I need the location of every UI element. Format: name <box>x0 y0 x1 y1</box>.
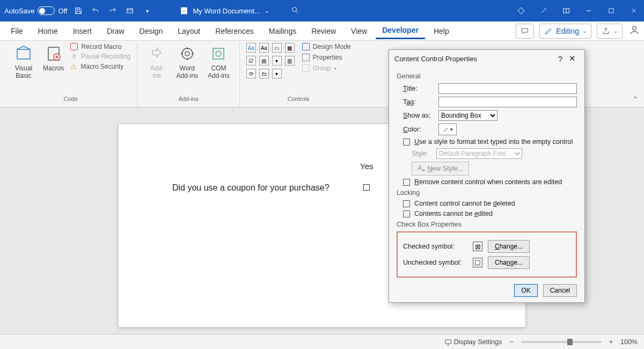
document-title: My Word Document... <box>193 7 260 15</box>
account-icon[interactable] <box>629 25 640 37</box>
zoom-value[interactable]: 100% <box>620 338 638 346</box>
editing-mode-button[interactable]: Editing ⌄ <box>539 24 591 39</box>
pencil-icon <box>544 27 553 35</box>
group-label: Code <box>11 94 130 103</box>
addins-icon <box>148 45 165 62</box>
use-style-checkbox[interactable] <box>403 139 410 146</box>
undo-icon[interactable] <box>90 5 101 17</box>
comments-button[interactable] <box>516 24 534 39</box>
tab-developer[interactable]: Developer <box>376 23 425 39</box>
redo-icon[interactable] <box>107 5 119 17</box>
word-addins-button[interactable]: Word Add-ins <box>173 43 201 82</box>
tab-help[interactable]: Help <box>427 24 456 39</box>
display-settings-button[interactable]: Display Settings <box>444 338 502 346</box>
style-label: Style: <box>412 150 432 157</box>
repeating-control-icon[interactable]: ⟳ <box>246 69 256 78</box>
search-area[interactable] <box>291 6 515 16</box>
tab-review[interactable]: Review <box>305 24 342 39</box>
tab-file[interactable]: File <box>4 24 30 39</box>
document-title-area[interactable]: W My Word Document... ⌄ <box>180 6 269 15</box>
legacy-dropdown-icon[interactable]: ▾ <box>272 69 282 78</box>
group-controls: Aa Aa ▭ ▦ ☑ ▤ ▾ ▥ ⟳ 🗀 ▾ Design M <box>240 43 357 107</box>
tab-references[interactable]: References <box>209 24 260 39</box>
legacy-tools-icon[interactable]: 🗀 <box>259 69 269 78</box>
maximize-icon[interactable] <box>605 5 617 17</box>
tab-view[interactable]: View <box>345 24 374 39</box>
autosave-state: Off <box>58 7 67 15</box>
svg-rect-14 <box>445 339 451 343</box>
autosave-toggle[interactable]: AutoSave Off <box>4 6 67 15</box>
change-unchecked-button[interactable]: Change... <box>488 256 530 269</box>
checked-symbol-label: Checked symbol: <box>403 243 467 250</box>
autosave-label: AutoSave <box>4 7 34 15</box>
building-block-control-icon[interactable]: ▦ <box>285 43 295 53</box>
macro-security-button[interactable]: ⚠Macro Security <box>70 62 130 71</box>
tab-design[interactable]: Design <box>133 24 170 39</box>
wand-icon[interactable] <box>538 5 550 17</box>
close-icon[interactable] <box>628 5 640 17</box>
rich-text-control-icon[interactable]: Aa <box>246 43 256 53</box>
addins-button[interactable]: Add- ins <box>144 43 170 82</box>
warning-icon: ⚠ <box>70 62 77 71</box>
chevron-down-icon[interactable]: ⌄ <box>265 8 269 14</box>
checkbox-control-icon[interactable]: ☑ <box>246 56 256 66</box>
close-icon[interactable]: ✕ <box>566 54 579 63</box>
group-button[interactable]: Group▾ <box>302 64 351 72</box>
share-button[interactable]: ⌄ <box>597 24 623 39</box>
showas-label: Show as: <box>403 112 434 119</box>
help-icon[interactable]: ? <box>555 54 566 63</box>
macros-button[interactable]: Macros <box>40 43 67 74</box>
tab-layout[interactable]: Layout <box>171 24 207 39</box>
lock-edit-checkbox[interactable] <box>403 210 410 217</box>
unchecked-symbol-label: Unchecked symbol: <box>403 259 467 266</box>
qat-dropdown-icon[interactable]: ▾ <box>141 5 153 17</box>
com-addins-icon <box>210 45 227 62</box>
group-icon <box>302 64 310 72</box>
picture-control-icon[interactable]: ▭ <box>272 43 282 53</box>
remove-control-label: Remove content control when contents are… <box>414 178 562 186</box>
combobox-control-icon[interactable]: ▤ <box>259 56 269 66</box>
properties-button[interactable]: Properties <box>302 54 351 61</box>
qat-more-icon[interactable] <box>124 5 136 17</box>
zoom-in-icon[interactable]: + <box>609 338 613 346</box>
com-addins-button[interactable]: COM Add-ins <box>204 43 233 82</box>
tab-mailings[interactable]: Mailings <box>262 24 303 39</box>
collapse-ribbon-icon[interactable]: ⌃ <box>632 95 639 104</box>
tab-insert[interactable]: Insert <box>67 24 98 39</box>
diamond-icon[interactable] <box>515 5 527 17</box>
dropdown-control-icon[interactable]: ▾ <box>272 56 282 66</box>
column-yes: Yes <box>360 162 373 171</box>
checkbox-yes[interactable] <box>363 184 370 191</box>
cancel-button[interactable]: Cancel <box>543 284 577 297</box>
ok-button[interactable]: OK <box>514 284 537 297</box>
title-input[interactable] <box>438 83 577 94</box>
ribbon-mode-icon[interactable] <box>560 5 572 17</box>
save-icon[interactable] <box>72 5 84 17</box>
tag-input[interactable] <box>438 97 577 107</box>
visual-basic-button[interactable]: Visual Basic <box>11 43 36 82</box>
remove-control-checkbox[interactable] <box>403 179 410 186</box>
lock-delete-checkbox[interactable] <box>403 200 410 207</box>
svg-point-3 <box>292 7 297 11</box>
date-control-icon[interactable]: ▥ <box>285 56 295 66</box>
zoom-slider[interactable] <box>521 341 602 343</box>
unchecked-symbol-preview: ☐ <box>473 258 482 267</box>
change-checked-button[interactable]: Change... <box>488 240 530 253</box>
plain-text-control-icon[interactable]: Aa <box>259 43 269 53</box>
use-style-label: Use a style to format text typed into th… <box>414 138 573 146</box>
svg-text:W: W <box>182 9 186 13</box>
tab-home[interactable]: Home <box>32 24 64 39</box>
color-picker[interactable]: ▾ <box>438 123 457 135</box>
showas-select[interactable]: Bounding Box <box>438 110 497 121</box>
zoom-out-icon[interactable]: − <box>509 338 513 346</box>
design-mode-button[interactable]: Design Mode <box>302 43 351 50</box>
minimize-icon[interactable] <box>583 5 595 17</box>
svg-point-11 <box>185 52 189 56</box>
question-text: Did you use a coupon for your purchase? <box>172 183 330 193</box>
svg-point-13 <box>216 51 221 56</box>
chevron-down-icon: ⌄ <box>582 28 587 34</box>
properties-icon <box>302 54 310 61</box>
record-macro-button[interactable]: Record Macro <box>70 43 130 50</box>
tab-draw[interactable]: Draw <box>100 24 131 39</box>
toggle-switch-icon[interactable] <box>38 6 55 15</box>
